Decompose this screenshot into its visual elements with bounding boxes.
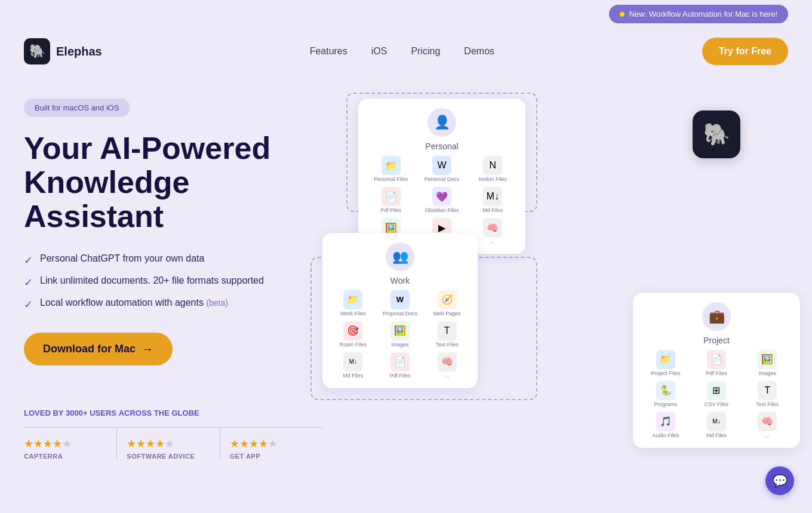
nav-link-pricing[interactable]: Pricing (411, 46, 440, 56)
file-item: 📁 Work Files (332, 290, 374, 317)
file-name: Md Files (706, 432, 727, 438)
personal-card: 👤 Personal 📁 Personal Files W Personal D… (358, 99, 525, 254)
file-icon: W (390, 290, 410, 309)
file-item: 💜 Obsidian Files (419, 187, 465, 213)
loved-by-suffix: ACROSS THE GLOBE (119, 408, 199, 417)
logo-icon: 🐘 (24, 38, 50, 64)
file-item: 🖼️ Images (379, 321, 422, 348)
hero-section: Built for macOS and iOS Your AI-Powered … (0, 75, 812, 484)
file-icon: 🧠 (483, 218, 502, 237)
file-name: Work Files (340, 311, 365, 317)
software-advice-label: SOFTWARE ADVICE (127, 453, 210, 460)
announcement-bar: New: Workflow Automation for Mac is here… (0, 0, 812, 28)
file-name: Personal Files (374, 176, 408, 182)
file-icon: 🧠 (758, 412, 777, 431)
logo-text: Elephas (56, 45, 102, 59)
nav-link-features[interactable]: Features (310, 46, 347, 56)
file-icon: 🖼️ (390, 321, 410, 340)
ratings-row: ★★★★★ CAPTERRA ★★★★★ SOFTWARE ADVICE ★★★… (24, 427, 322, 460)
file-item: 📄 Pdf Files (693, 350, 739, 376)
file-icon: T (758, 381, 777, 400)
file-item: W Proposal Docs (379, 290, 422, 317)
rating-get-app: ★★★★★ GET APP (220, 428, 322, 460)
file-icon: 📁 (656, 350, 675, 369)
file-name: ... (445, 373, 450, 379)
chat-button[interactable]: 💬 (765, 466, 794, 495)
logo[interactable]: 🐘 Elephas (24, 38, 102, 64)
nav-link-ios[interactable]: iOS (371, 46, 387, 56)
personal-icon: 👤 (427, 108, 456, 137)
navbar: 🐘 Elephas Features iOS Pricing Demos Try… (0, 28, 812, 75)
file-icon: 🧠 (438, 352, 457, 371)
download-mac-button[interactable]: Download for Mac → (24, 333, 173, 365)
project-icon: 💼 (702, 302, 731, 331)
file-item: M↓ Md Files (470, 187, 516, 213)
file-name: Pdf Files (380, 207, 401, 213)
work-icon: 👥 (386, 242, 414, 271)
file-name: Audio Files (652, 432, 679, 438)
file-item: M↓ Md Files (332, 352, 374, 379)
file-name: Pdf Files (706, 370, 727, 376)
loved-by-prefix: LOVED BY (24, 408, 63, 417)
file-icon: T (438, 321, 457, 340)
personal-files-grid: 📁 Personal Files W Personal Docs N Notio… (368, 156, 516, 244)
download-btn-label: Download for Mac (43, 343, 136, 355)
file-icon: M↓ (707, 412, 726, 431)
file-name: Web Pages (433, 311, 460, 317)
file-icon: W (432, 156, 451, 175)
file-item: N Notion Files (470, 156, 516, 182)
check-icon-2: ✓ (24, 276, 33, 289)
feature-text-2: Link unlimited documents. 20+ file forma… (40, 275, 264, 286)
file-icon: 📁 (382, 156, 401, 175)
project-card: 💼 Project 📁 Project Files 📄 Pdf Files 🖼️… (633, 293, 800, 448)
try-free-button[interactable]: Try for Free (702, 38, 788, 65)
file-icon: ⊞ (707, 381, 726, 400)
announcement-pill[interactable]: New: Workflow Automation for Mac is here… (609, 5, 788, 23)
file-name: Obsidian Files (425, 207, 459, 213)
work-card: 👥 Work 📁 Work Files W Proposal Docs 🧭 We… (322, 233, 478, 388)
file-name: CSV Files (705, 401, 728, 407)
file-icon: 🎵 (656, 412, 675, 431)
file-item: 🧭 Web Pages (426, 290, 468, 317)
work-files-grid: 📁 Work Files W Proposal Docs 🧭 Web Pages… (332, 290, 468, 379)
loved-by-text: LOVED BY 3000+ USERS ACROSS THE GLOBE (24, 408, 322, 417)
file-name: Text Files (436, 342, 459, 348)
file-name: Personal Docs (425, 176, 460, 182)
file-name: ... (491, 238, 496, 244)
hero-illustration: 🐘 👤 Personal 📁 Personal Files W Personal… (322, 87, 788, 460)
file-icon: M↓ (343, 352, 362, 371)
capterra-stars: ★★★★★ (24, 437, 107, 450)
file-item: ⊞ CSV Files (693, 381, 739, 407)
hero-title: Your AI-Powered Knowledge Assistant (24, 131, 322, 234)
beta-tag: (beta) (206, 298, 228, 308)
file-item: 🎯 Roam Files (332, 321, 374, 348)
file-icon: 💜 (432, 187, 451, 206)
feature-item-1: ✓ Personal ChatGPT from your own data (24, 253, 322, 267)
file-name: Pdf Files (389, 373, 410, 379)
loved-by-count: 3000+ USERS (66, 408, 116, 417)
file-name: Programs (654, 401, 677, 407)
file-name: Project Files (651, 370, 681, 376)
check-icon-3: ✓ (24, 298, 33, 311)
file-item: 🧠 ... (745, 412, 791, 438)
nav-link-demos[interactable]: Demos (464, 46, 494, 56)
file-item: M↓ Md Files (693, 412, 739, 438)
chat-icon: 💬 (773, 474, 788, 488)
elephas-app-icon: 🐘 (693, 110, 740, 158)
file-item: 🖼️ Images (745, 350, 791, 376)
announcement-text: New: Workflow Automation for Mac is here… (629, 10, 777, 19)
file-icon: 🐍 (656, 381, 675, 400)
announcement-dot-icon (620, 12, 625, 17)
hero-features: ✓ Personal ChatGPT from your own data ✓ … (24, 253, 322, 311)
feature-item-2: ✓ Link unlimited documents. 20+ file for… (24, 275, 322, 289)
file-item: 📄 Pdf Files (379, 352, 422, 379)
file-icon: 🖼️ (758, 350, 777, 369)
file-name: ... (765, 432, 770, 438)
project-files-grid: 📁 Project Files 📄 Pdf Files 🖼️ Images 🐍 … (642, 350, 791, 438)
hero-left: Built for macOS and iOS Your AI-Powered … (24, 87, 322, 460)
work-label: Work (332, 276, 468, 285)
file-name: Images (391, 342, 409, 348)
project-label: Project (642, 336, 791, 345)
file-item: T Text Files (745, 381, 791, 407)
file-name: Md Files (482, 207, 503, 213)
